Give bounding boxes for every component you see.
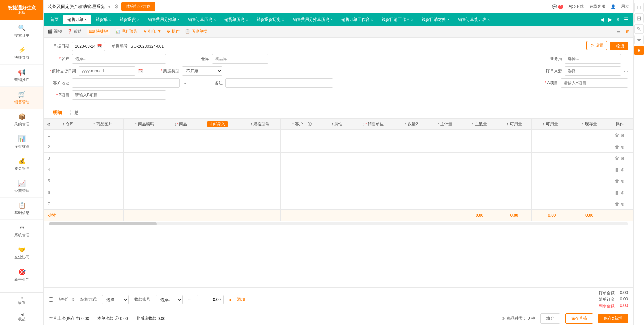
industry-btn[interactable]: 体验行业方案: [121, 2, 155, 11]
row-delete-btn[interactable]: 🗑: [615, 190, 619, 195]
add-btn[interactable]: 添加: [237, 297, 245, 302]
sidebar-item-系统管理[interactable]: ⚙系统管理: [0, 220, 43, 242]
sidebar-item-基础信息[interactable]: 📋基础信息: [0, 198, 43, 220]
panel-icon-3[interactable]: ✎: [634, 24, 644, 34]
row-qty2[interactable]: [395, 130, 427, 141]
th-settings[interactable]: ⚙: [44, 119, 54, 130]
toolbar-profit[interactable]: 📊 毛利预告: [115, 29, 138, 34]
calendar-icon[interactable]: 📅: [97, 44, 102, 49]
b-project-input[interactable]: [72, 90, 166, 100]
row-spec[interactable]: [239, 164, 280, 175]
row-unit[interactable]: [351, 164, 395, 175]
row-attr[interactable]: [323, 130, 351, 141]
row-spec[interactable]: [239, 130, 280, 141]
toolbar-layout-grid[interactable]: ⊞: [626, 29, 629, 34]
date-input[interactable]: 2023-03-24 📅: [72, 42, 105, 51]
tab-menu-btn[interactable]: ☰: [622, 16, 631, 23]
scrollbar-thumb[interactable]: [49, 222, 157, 225]
panel-icon-2[interactable]: ⊞: [634, 13, 644, 23]
payment-method-select[interactable]: 选择...: [102, 295, 129, 304]
th-scan[interactable]: 扫码录入: [196, 119, 239, 130]
row-main-qty[interactable]: [462, 130, 497, 141]
row-code[interactable]: [123, 198, 165, 210]
row-product[interactable]: [165, 130, 196, 141]
row-warehouse[interactable]: [54, 153, 82, 164]
settings-button[interactable]: ⚙ 设置: [586, 41, 607, 50]
row-copy-btn[interactable]: ⊕: [621, 201, 625, 207]
row-attr[interactable]: [323, 164, 351, 175]
row-attr[interactable]: [323, 141, 351, 153]
row-main-qty[interactable]: [462, 141, 497, 153]
panel-icon-1[interactable]: □: [634, 3, 644, 12]
sidebar-settings[interactable]: ⚙ 设置: [0, 293, 43, 309]
row-attr[interactable]: [323, 187, 351, 198]
discard-button[interactable]: 放弃: [540, 313, 560, 324]
row-copy-btn[interactable]: ⊕: [621, 156, 625, 161]
row-spec[interactable]: [239, 153, 280, 164]
tab-detail[interactable]: 明细: [49, 108, 66, 118]
row-product[interactable]: [165, 198, 196, 210]
row-delete-btn[interactable]: 🗑: [615, 144, 619, 150]
tab-close-3[interactable]: ×: [137, 18, 139, 22]
row-spec[interactable]: [239, 175, 280, 187]
row-customer-code[interactable]: [280, 187, 323, 198]
sidebar-item-新手引导[interactable]: 🎯新手引导: [0, 264, 43, 286]
row-code[interactable]: [123, 130, 165, 141]
warehouse-input[interactable]: [212, 54, 268, 64]
help-icon[interactable]: ⓘ: [115, 316, 119, 321]
bank-more[interactable]: ···: [188, 297, 191, 302]
panel-icon-5[interactable]: ●: [634, 46, 644, 55]
row-unit[interactable]: [351, 130, 395, 141]
online-service[interactable]: 在线客服: [589, 4, 605, 9]
tab-0[interactable]: 首页: [46, 15, 63, 24]
tab-close-all-btn[interactable]: ✕: [614, 16, 622, 23]
order-source-input[interactable]: [565, 66, 621, 76]
tab-close-5[interactable]: ×: [214, 18, 216, 22]
customer-input[interactable]: [72, 54, 166, 64]
tab-1[interactable]: 销售订单×: [63, 15, 91, 24]
a-project-input[interactable]: [561, 78, 628, 88]
row-unit[interactable]: [351, 153, 395, 164]
settings-icon[interactable]: ⚙: [114, 3, 119, 10]
tab-summary[interactable]: 汇总: [66, 108, 83, 118]
user-avatar[interactable]: 👤: [611, 4, 616, 9]
toolbar-help[interactable]: ❓ 帮助: [67, 29, 81, 34]
toolbar-print[interactable]: 🖨 打印 ▼: [143, 29, 161, 34]
add-icon[interactable]: ●: [229, 297, 232, 302]
tab-12[interactable]: 销售订单统计表×: [454, 15, 494, 24]
row-customer-code[interactable]: [280, 175, 323, 187]
row-warehouse[interactable]: [54, 130, 82, 141]
tab-close-11[interactable]: ×: [447, 18, 449, 22]
tab-9[interactable]: 销售订单工作台×: [337, 15, 377, 24]
app-download[interactable]: App下载: [569, 4, 584, 9]
row-delete-btn[interactable]: 🗑: [615, 167, 619, 172]
addr-input[interactable]: [72, 78, 180, 88]
save-draft-button[interactable]: 保存草稿: [565, 313, 593, 324]
row-product[interactable]: [165, 187, 196, 198]
sidebar-item-搜索菜单[interactable]: 🔍搜索菜单: [0, 20, 43, 42]
message-icon[interactable]: 💬 9: [552, 4, 563, 9]
tab-close-10[interactable]: ×: [411, 18, 413, 22]
row-code[interactable]: [123, 153, 165, 164]
row-main-qty[interactable]: [462, 175, 497, 187]
sidebar-collapse[interactable]: ◀ 收起: [0, 309, 43, 325]
delivery-calendar-icon[interactable]: 📅: [138, 69, 143, 73]
toolbar-history[interactable]: 📋 历史单据: [185, 29, 207, 34]
row-main-qty[interactable]: [462, 187, 497, 198]
tab-close-9[interactable]: ×: [371, 18, 373, 22]
row-product[interactable]: [165, 175, 196, 187]
row-copy-btn[interactable]: ⊕: [621, 190, 625, 195]
row-customer-code[interactable]: [280, 198, 323, 210]
toolbar-operation[interactable]: ⚙ 操作: [167, 29, 180, 34]
row-attr[interactable]: [323, 175, 351, 187]
panel-icon-4[interactable]: ★: [634, 35, 644, 44]
order-source-more[interactable]: ···: [624, 68, 628, 74]
staff-input[interactable]: [565, 54, 621, 64]
row-qty2[interactable]: [395, 187, 427, 198]
row-unit[interactable]: [351, 175, 395, 187]
row-warehouse[interactable]: [54, 187, 82, 198]
save-new-button[interactable]: 保存&新增: [598, 314, 628, 323]
row-qty2[interactable]: [395, 164, 427, 175]
row-copy-btn[interactable]: ⊕: [621, 178, 625, 184]
row-unit[interactable]: [351, 198, 395, 210]
